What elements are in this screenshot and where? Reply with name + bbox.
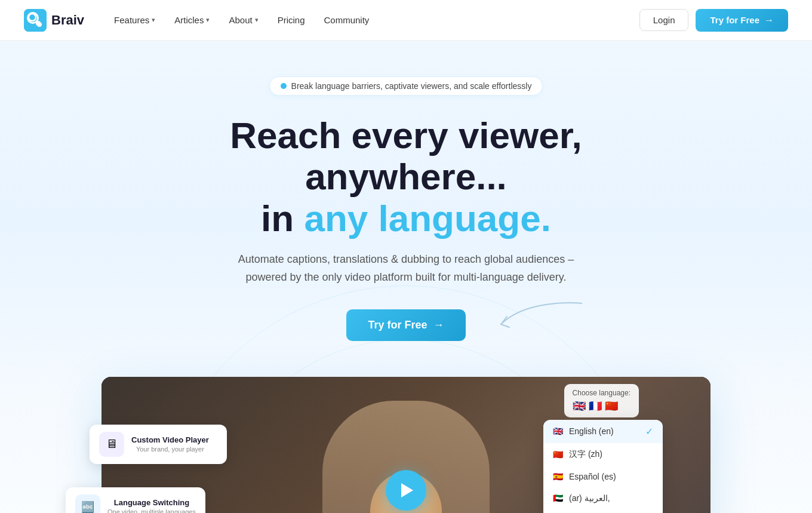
lang-flags: 🇬🇧 🇫🇷 🇨🇳: [573, 400, 630, 413]
lang-item-es[interactable]: 🇪🇸 Español (es): [543, 466, 663, 487]
badge-dot: [281, 83, 287, 89]
lang-label-en: English (en): [569, 426, 614, 436]
svg-rect-0: [24, 9, 47, 32]
flag-icon-en: 🇬🇧: [553, 426, 563, 436]
custom-player-icon: 🖥: [99, 432, 124, 457]
nav-link-features[interactable]: Features ▾: [106, 10, 164, 30]
feature-card-title: Language Switching: [107, 498, 196, 507]
nav-link-community[interactable]: Community: [316, 10, 378, 30]
hero-badge: Break language barriers, captivate viewe…: [269, 76, 543, 96]
login-button[interactable]: Login: [639, 9, 689, 31]
lang-label-es: Español (es): [569, 472, 616, 481]
navbar: Braiv Features ▾ Articles ▾ About ▾ Pric…: [0, 0, 812, 41]
feature-card-title: Custom Video Player: [131, 435, 209, 444]
hero-subtitle: Automate captions, translations & dubbin…: [227, 251, 585, 286]
logo[interactable]: Braiv: [24, 9, 84, 32]
feature-card-info: Language Switching One video, multiple l…: [107, 498, 196, 513]
lang-item-ar[interactable]: 🇦🇪 (ar) العربية,: [543, 487, 663, 509]
chevron-down-icon: ▾: [206, 16, 210, 24]
lang-label-ar: (ar) العربية,: [569, 493, 610, 503]
lang-switching-icon: 🔤: [75, 494, 100, 513]
feature-card-subtitle: One video, multiple languages: [107, 508, 196, 513]
lang-item-zh[interactable]: 🇨🇳 汉字 (zh): [543, 443, 663, 466]
logo-icon: [24, 9, 47, 32]
arrow-doodle: [489, 297, 585, 339]
flag-fr: 🇫🇷: [589, 400, 602, 413]
feature-card-lang-switching: 🔤 Language Switching One video, multiple…: [66, 487, 205, 513]
check-icon: ✓: [645, 426, 653, 437]
play-triangle-icon: [401, 483, 413, 497]
flag-icon-ar: 🇦🇪: [553, 493, 563, 503]
lang-label-zh: 汉字 (zh): [569, 449, 602, 460]
badge-text: Break language barriers, captivate viewe…: [291, 81, 532, 91]
lang-chooser-label: Choose language:: [573, 389, 630, 397]
hero-title-line2-prefix: in: [261, 198, 304, 239]
lang-item-jp[interactable]: 🇯🇵 日本語 (jp): [543, 509, 663, 513]
hero-title: Reach every viewer, anywhere... in any l…: [149, 115, 663, 239]
flag-en: 🇬🇧: [573, 400, 586, 413]
nav-link-articles[interactable]: Articles ▾: [166, 10, 218, 30]
chevron-down-icon: ▾: [255, 16, 259, 24]
feature-card-custom-player: 🖥 Custom Video Player Your brand, your p…: [90, 425, 227, 464]
play-button[interactable]: [386, 470, 426, 511]
hero-title-accent: any language.: [304, 198, 550, 239]
flag-icon-zh: 🇨🇳: [553, 450, 563, 459]
hero-section: Break language barriers, captivate viewe…: [0, 41, 812, 513]
arrow-icon: →: [764, 15, 774, 26]
nav-links: Features ▾ Articles ▾ About ▾ Pricing Co…: [106, 10, 377, 30]
cta-arrow-icon: →: [433, 319, 444, 331]
nav-link-about[interactable]: About ▾: [220, 10, 266, 30]
flag-icon-es: 🇪🇸: [553, 472, 563, 481]
nav-right: Login Try for Free →: [639, 9, 788, 32]
svg-point-1: [29, 14, 36, 21]
video-area: 🖥 Custom Video Player Your brand, your p…: [102, 377, 710, 513]
chevron-down-icon: ▾: [152, 16, 155, 24]
lang-item-en[interactable]: 🇬🇧 English (en) ✓: [543, 420, 663, 443]
brand-name: Braiv: [51, 13, 84, 28]
hero-cta-button[interactable]: Try for Free →: [346, 309, 465, 341]
nav-link-pricing[interactable]: Pricing: [269, 10, 313, 30]
flag-zh: 🇨🇳: [605, 400, 618, 413]
lang-chooser-top: Choose language: 🇬🇧 🇫🇷 🇨🇳 🇬🇧 English (en…: [564, 384, 639, 417]
language-dropdown: 🇬🇧 English (en) ✓ 🇨🇳 汉字 (zh) 🇪🇸 Español …: [543, 420, 663, 513]
hero-title-line1: Reach every viewer, anywhere...: [230, 115, 582, 197]
feature-card-info: Custom Video Player Your brand, your pla…: [131, 435, 209, 453]
svg-point-2: [36, 21, 41, 26]
nav-left: Braiv Features ▾ Articles ▾ About ▾ Pric…: [24, 9, 377, 32]
feature-card-subtitle: Your brand, your player: [131, 446, 209, 453]
try-for-free-button[interactable]: Try for Free →: [696, 9, 788, 32]
